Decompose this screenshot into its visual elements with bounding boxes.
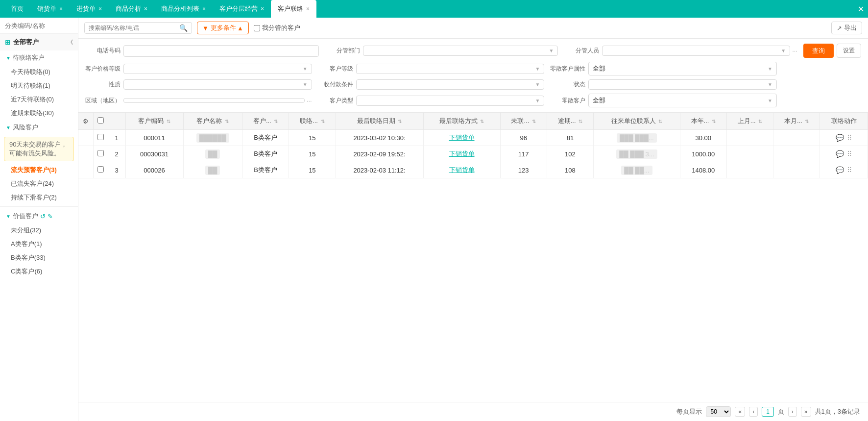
row-checkbox[interactable] — [93, 162, 108, 178]
sidebar-group-risk[interactable]: ▼ 风险客户 — [0, 120, 78, 135]
payment-select[interactable]: ▼ — [356, 79, 545, 90]
export-button[interactable]: ↗ 导出 — [831, 22, 862, 34]
scatter-customer-select[interactable]: 全部 ▼ — [588, 94, 777, 107]
action-more-icon[interactable]: ⠿ — [847, 150, 852, 158]
scatter-attr-select[interactable]: 全部 ▼ — [588, 62, 777, 75]
customer-tier-select[interactable]: ▼ — [356, 64, 545, 74]
action-more-icon[interactable]: ⠿ — [847, 166, 852, 174]
sidebar-all-customers[interactable]: ⊞ 全部客户 《 — [0, 34, 78, 50]
sidebar-group-risk-label: 风险客户 — [13, 123, 38, 132]
next-page-button[interactable]: › — [788, 407, 797, 417]
more-conditions-button[interactable]: ▼ 更多条件 ▲ — [197, 22, 249, 34]
checkbox-col-header[interactable] — [93, 113, 108, 130]
sidebar-item-tomorrow[interactable]: 明天待联络(1) — [0, 79, 78, 93]
row-select-checkbox[interactable] — [97, 150, 104, 156]
tab-sales[interactable]: 销货单 × — [30, 0, 70, 18]
row-last-contact-method[interactable]: 下销货单 — [423, 130, 500, 146]
sidebar-item-class-b[interactable]: B类客户(33) — [0, 251, 78, 265]
tab-home[interactable]: 首页 — [4, 0, 30, 18]
select-all-checkbox[interactable] — [97, 117, 104, 124]
tab-analysis-list[interactable]: 商品分析列表 × — [154, 0, 213, 18]
action-more-icon[interactable]: ⠿ — [847, 134, 852, 142]
dept-select[interactable]: ▼ — [363, 46, 558, 56]
action-message-icon[interactable]: 💬 — [836, 166, 844, 174]
tab-analysis-list-close[interactable]: × — [202, 5, 206, 12]
person-select[interactable]: ▼ — [602, 46, 790, 56]
type-col-header[interactable]: 客户... ⇅ — [242, 113, 289, 130]
edit-icon[interactable]: ✎ — [48, 213, 53, 220]
not-contacted-col-header[interactable]: 未联... ⇅ — [500, 113, 547, 130]
row-last-contact-method[interactable]: 下销货单 — [423, 146, 500, 162]
search-button-icon[interactable]: 🔍 — [179, 24, 188, 32]
sidebar-item-unclassified[interactable]: 未分组(32) — [0, 223, 78, 237]
tab-customer-tier-close[interactable]: × — [261, 5, 264, 12]
contact-col-header[interactable]: 联络... ⇅ — [289, 113, 336, 130]
my-customers-checkbox[interactable] — [254, 25, 260, 31]
sidebar-item-overdue[interactable]: 逾期未联络(30) — [0, 106, 78, 120]
last-contact-method-col-header[interactable]: 最后联络方式 ⇅ — [423, 113, 500, 130]
last-page-button[interactable]: » — [801, 407, 811, 417]
nature-select[interactable]: ▼ — [123, 79, 312, 90]
table-area: ⚙ 客户编码 ⇅ 客户名称 ⇅ 客户... ⇅ 联络... ⇅ 最后联络日期 ⇅… — [78, 113, 868, 402]
prev-page-button[interactable]: ‹ — [749, 407, 758, 417]
tab-bar: 首页 销货单 × 进货单 × 商品分析 × 商品分析列表 × 客户分层经营 × … — [0, 0, 868, 18]
setting-button[interactable]: 设置 — [837, 44, 861, 58]
sidebar-item-churned[interactable]: 已流失客户(24) — [0, 177, 78, 191]
sidebar-group-pending[interactable]: ▼ 待联络客户 — [0, 50, 78, 65]
close-window-icon[interactable]: ✕ — [858, 4, 864, 14]
tab-customer-tier[interactable]: 客户分层经营 × — [213, 0, 271, 18]
search-input[interactable] — [89, 25, 179, 31]
tab-purchase-close[interactable]: × — [98, 5, 102, 12]
last-month-col-header[interactable]: 上月... ⇅ — [726, 113, 773, 130]
row-select-checkbox[interactable] — [97, 134, 104, 140]
company-contact-col-header[interactable]: 往来单位联系人 ⇅ — [594, 113, 680, 130]
action-message-icon[interactable]: 💬 — [836, 134, 844, 142]
row-this-month — [773, 146, 820, 162]
sidebar-item-continuous-down[interactable]: 持续下滑客户(2) — [0, 191, 78, 204]
phone-input[interactable] — [123, 45, 319, 57]
region-select[interactable] — [123, 98, 305, 103]
sidebar-item-churn-risk[interactable]: 流失预警客户(3) — [0, 163, 78, 177]
row-checkbox[interactable] — [93, 130, 108, 146]
row-select-checkbox[interactable] — [97, 166, 104, 173]
this-month-col-header[interactable]: 本月... ⇅ — [773, 113, 820, 130]
more-conditions-label: 更多条件 — [211, 24, 236, 32]
sidebar-item-class-a[interactable]: A类客户(1) — [0, 237, 78, 251]
customer-type-select[interactable]: ▼ — [356, 96, 545, 106]
content-area: 🔍 ▼ 更多条件 ▲ 我分管的客户 ↗ 导出 电话号码 — [78, 18, 868, 421]
sidebar-item-7days[interactable]: 近7天待联络(0) — [0, 93, 78, 106]
per-page-select[interactable]: 50 100 — [706, 406, 731, 417]
person-more-icon[interactable]: ··· — [792, 47, 797, 54]
name-col-header[interactable]: 客户名称 ⇅ — [183, 113, 242, 130]
refresh-icon[interactable]: ↺ — [40, 213, 46, 220]
sidebar-item-today[interactable]: 今天待联络(0) — [0, 65, 78, 79]
sort-icon-this-year: ⇅ — [712, 119, 716, 124]
price-tier-select[interactable]: ▼ — [123, 64, 312, 74]
row-checkbox[interactable] — [93, 146, 108, 162]
tab-customer-contact-close[interactable]: × — [306, 5, 310, 12]
tab-sales-close[interactable]: × — [59, 5, 63, 12]
pagination-bar: 每页显示 50 100 « ‹ 1 页 › » 共1页，3条记录 — [78, 402, 868, 421]
query-button[interactable]: 查询 — [803, 44, 834, 58]
sidebar-item-class-c[interactable]: C类客户(6) — [0, 265, 78, 278]
price-tier-label: 客户价格等级 — [85, 65, 121, 73]
sidebar-group-value[interactable]: ▼ 价值客户 ↺ ✎ — [0, 209, 78, 223]
first-page-button[interactable]: « — [735, 407, 745, 417]
tab-customer-contact[interactable]: 客户联络 × — [271, 0, 316, 18]
row-code: 000026 — [125, 162, 183, 178]
last-contact-date-col-header[interactable]: 最后联络日期 ⇅ — [336, 113, 423, 130]
region-more-icon[interactable]: ··· — [307, 97, 312, 104]
tab-analysis[interactable]: 商品分析 × — [109, 0, 154, 18]
this-year-col-header[interactable]: 本年... ⇅ — [680, 113, 726, 130]
overdue-col-header[interactable]: 逾期... ⇅ — [547, 113, 593, 130]
settings-col-header[interactable]: ⚙ — [78, 113, 93, 130]
code-col-header[interactable]: 客户编码 ⇅ — [125, 113, 183, 130]
sidebar-search-input[interactable] — [5, 22, 78, 29]
action-message-icon[interactable]: 💬 — [836, 150, 844, 158]
tab-purchase[interactable]: 进货单 × — [70, 0, 109, 18]
row-last-contact-method[interactable]: 下销货单 — [423, 162, 500, 178]
status-select[interactable]: ▼ — [588, 79, 777, 90]
tab-analysis-close[interactable]: × — [144, 5, 147, 12]
row-last-contact-date: 2023-03-02 10:30: — [336, 130, 423, 146]
adv-filter-row-4: 区域（地区） ··· 客户类型 ▼ 零散客户 全部 — [85, 94, 861, 107]
